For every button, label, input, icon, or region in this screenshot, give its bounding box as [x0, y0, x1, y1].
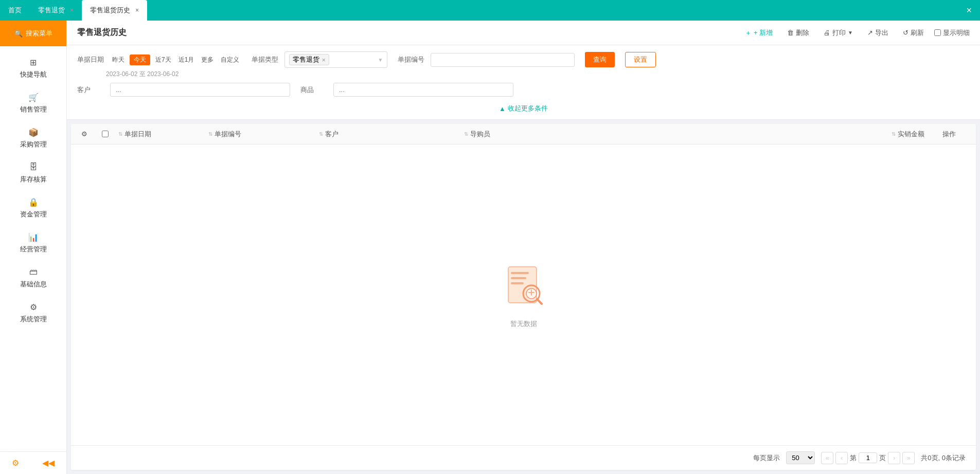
- per-page-select[interactable]: 10 20 50 100: [786, 451, 815, 464]
- th-customer[interactable]: ⇅ 客户: [315, 130, 460, 139]
- th-number[interactable]: ⇅ 单据编号: [204, 130, 315, 139]
- delete-button[interactable]: 🗑 删除: [783, 26, 813, 40]
- doc-number-label: 单据编号: [398, 55, 426, 64]
- tab-home[interactable]: 首页: [0, 0, 30, 21]
- tab-retail-return[interactable]: 零售退货 ×: [30, 0, 82, 21]
- doc-type-select[interactable]: 零售退货 × ▼: [284, 51, 387, 68]
- svg-rect-1: [511, 272, 529, 274]
- top-bar: 首页 零售退货 × 零售退货历史 × ×: [0, 0, 980, 21]
- customer-input[interactable]: [110, 83, 290, 97]
- sort-date-icon: ⇅: [118, 131, 122, 137]
- main-layout: 🔍 搜索菜单 ⊞ 快捷导航 🛒 销售管理 📦 采购管理 🗄 库存核算 🔒: [0, 21, 980, 474]
- purchase-icon: 📦: [28, 126, 39, 138]
- new-button[interactable]: ＋ + 新增: [741, 26, 777, 40]
- doc-type-label: 单据类型: [252, 55, 280, 64]
- settings-button[interactable]: 设置: [625, 52, 656, 67]
- th-checkbox[interactable]: [98, 131, 114, 137]
- show-detail-checkbox[interactable]: 显示明细: [934, 28, 970, 38]
- refresh-button[interactable]: ↺ 刷新: [899, 26, 928, 40]
- chevron-down-icon: ▼: [378, 57, 383, 63]
- operations-icon: 📊: [28, 231, 39, 243]
- close-retail-return-tab[interactable]: ×: [70, 7, 74, 14]
- sort-amount-icon: ⇅: [892, 131, 896, 137]
- search-button[interactable]: 查询: [585, 52, 615, 67]
- date-btn-today[interactable]: 今天: [130, 54, 150, 65]
- sidebar-item-operations[interactable]: 📊 经营管理: [0, 225, 66, 260]
- empty-text: 暂无数据: [510, 319, 537, 329]
- sidebar-search-button[interactable]: 🔍 搜索菜单: [0, 21, 66, 46]
- page-input[interactable]: [859, 452, 877, 463]
- sales-icon: 🛒: [28, 92, 39, 103]
- sidebar-nav: ⊞ 快捷导航 🛒 销售管理 📦 采购管理 🗄 库存核算 🔒 资金管理 📊: [0, 46, 66, 451]
- sidebar-item-inventory[interactable]: 🗄 库存核算: [0, 155, 66, 190]
- delete-icon: 🗑: [787, 29, 794, 37]
- new-icon: ＋: [745, 28, 752, 38]
- sidebar-item-basic-info[interactable]: 🗃 基础信息: [0, 260, 66, 295]
- sidebar-item-sales-mgmt[interactable]: 🛒 销售管理: [0, 85, 66, 120]
- select-all-checkbox[interactable]: [102, 131, 109, 137]
- last-page-button[interactable]: »: [902, 452, 915, 464]
- settings-col-icon: ⚙: [81, 130, 87, 138]
- next-page-button[interactable]: ›: [888, 452, 900, 464]
- doc-number-input[interactable]: [431, 53, 575, 67]
- filter-row-2: 客户 商品: [77, 83, 970, 97]
- date-btn-yesterday[interactable]: 昨天: [110, 54, 127, 65]
- print-dropdown-icon: ▼: [848, 30, 853, 35]
- system-icon: ⚙: [28, 301, 39, 313]
- sort-customer-icon: ⇅: [319, 131, 323, 137]
- date-btn-more[interactable]: 更多: [199, 54, 216, 65]
- sidebar-item-finance[interactable]: 🔒 资金管理: [0, 190, 66, 225]
- export-icon: ↗: [867, 29, 873, 37]
- basic-info-icon: 🗃: [28, 266, 39, 278]
- date-label: 单据日期: [77, 55, 106, 64]
- collapse-icon: ▲: [499, 105, 506, 113]
- pagination: 每页显示 10 20 50 100 « ‹ 第 页 › » 共0页, 0条记录: [71, 445, 976, 470]
- close-retail-return-history-tab[interactable]: ×: [135, 7, 139, 14]
- page-suffix: 页: [879, 453, 886, 463]
- tag-close-icon[interactable]: ×: [322, 56, 326, 64]
- sidebar-settings-icon[interactable]: ⚙: [12, 458, 19, 468]
- goods-filter-group: 商品: [300, 83, 513, 97]
- prev-page-button[interactable]: ‹: [835, 452, 848, 464]
- toolbar: ＋ + 新增 🗑 删除 🖨 打印 ▼ ↗ 导出 ↺: [741, 26, 970, 40]
- customer-label: 客户: [77, 85, 106, 95]
- sidebar: 🔍 搜索菜单 ⊞ 快捷导航 🛒 销售管理 📦 采购管理 🗄 库存核算 🔒: [0, 21, 67, 474]
- th-guide[interactable]: ⇅ 导购员: [460, 130, 571, 139]
- svg-rect-3: [511, 282, 524, 284]
- print-button[interactable]: 🖨 打印 ▼: [819, 26, 857, 40]
- export-button[interactable]: ↗ 导出: [863, 26, 893, 40]
- finance-icon: 🔒: [28, 196, 39, 208]
- tab-list: 首页 零售退货 × 零售退货历史 ×: [0, 0, 966, 21]
- date-range-display: 2023-06-02 至 2023-06-02: [106, 70, 179, 78]
- sidebar-item-purchase-mgmt[interactable]: 📦 采购管理: [0, 120, 66, 155]
- quick-nav-icon: ⊞: [28, 57, 39, 68]
- empty-state: 暂无数据: [498, 262, 549, 329]
- print-icon: 🖨: [824, 29, 830, 37]
- tab-retail-return-history[interactable]: 零售退货历史 ×: [82, 0, 147, 21]
- th-amount[interactable]: ⇅ 实销金额: [852, 130, 929, 139]
- date-btn-7days[interactable]: 近7天: [153, 54, 173, 65]
- close-window-button[interactable]: ×: [966, 5, 972, 16]
- svg-rect-2: [511, 277, 526, 279]
- date-filter-group: 单据日期 昨天 今天 近7天 近1月 更多 自定义: [77, 54, 241, 65]
- sidebar-item-system-mgmt[interactable]: ⚙ 系统管理: [0, 295, 66, 330]
- sort-number-icon: ⇅: [208, 131, 212, 137]
- sidebar-item-quick-nav[interactable]: ⊞ 快捷导航: [0, 50, 66, 85]
- collapse-filter-button[interactable]: ▲ 收起更多条件: [499, 104, 548, 113]
- pagination-nav: « ‹ 第 页 › »: [821, 452, 915, 464]
- sidebar-audio-icon[interactable]: ◀◀: [42, 458, 55, 468]
- first-page-button[interactable]: «: [821, 452, 833, 464]
- date-btn-custom[interactable]: 自定义: [219, 54, 241, 65]
- filter-row-1: 单据日期 昨天 今天 近7天 近1月 更多 自定义 单据类型: [77, 51, 970, 68]
- th-action: 操作: [929, 130, 970, 139]
- date-btn-1month[interactable]: 近1月: [176, 54, 197, 65]
- th-date[interactable]: ⇅ 单据日期: [114, 130, 204, 139]
- goods-input[interactable]: [333, 83, 513, 97]
- sort-guide-icon: ⇅: [464, 131, 468, 137]
- th-settings[interactable]: ⚙: [77, 130, 98, 138]
- top-bar-right: ×: [966, 5, 980, 16]
- doc-number-filter-group: 单据编号: [398, 53, 575, 67]
- table-header: ⚙ ⇅ 单据日期 ⇅ 单据编号 ⇅ 客户 ⇅: [71, 124, 976, 144]
- show-detail-check[interactable]: [934, 29, 941, 36]
- pagination-total: 共0页, 0条记录: [921, 453, 966, 463]
